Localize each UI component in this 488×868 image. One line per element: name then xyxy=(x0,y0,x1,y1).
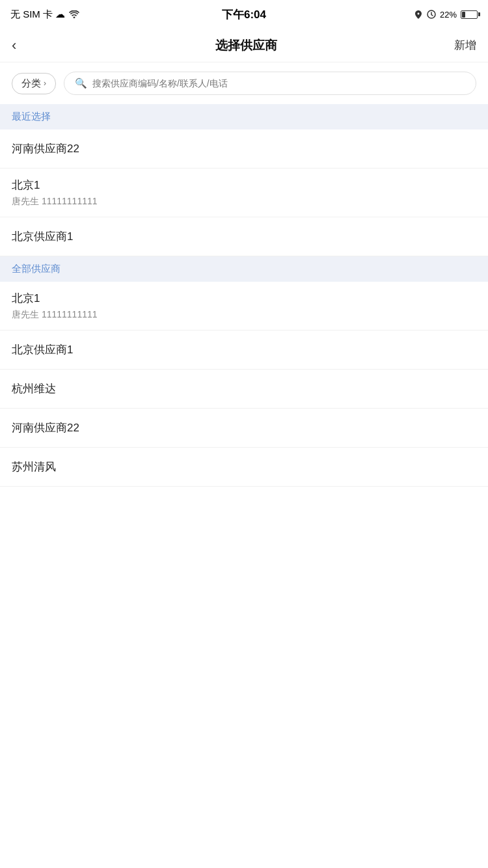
page-title: 选择供应商 xyxy=(215,37,277,54)
status-time: 下午6:04 xyxy=(222,7,266,22)
recent-items-list: 河南供应商22 北京1 唐先生 11111111111 北京供应商1 xyxy=(0,129,488,256)
all-section-header: 全部供应商 xyxy=(0,256,488,282)
add-button[interactable]: 新增 xyxy=(454,38,476,53)
item-detail: 唐先生 11111111111 xyxy=(12,196,476,208)
nav-bar: ‹ 选择供应商 新增 xyxy=(0,29,488,62)
clock-icon xyxy=(427,10,436,19)
all-section-label: 全部供应商 xyxy=(12,263,61,274)
item-name: 北京1 xyxy=(12,178,476,193)
battery-percent: 22% xyxy=(440,10,457,20)
item-name: 北京供应商1 xyxy=(12,229,476,244)
all-item-5[interactable]: 苏州清风 xyxy=(0,448,488,487)
search-icon: 🔍 xyxy=(75,77,87,89)
all-item-2[interactable]: 北京供应商1 xyxy=(0,331,488,370)
sim-status: 无 SIM 卡 ☁ xyxy=(10,8,65,21)
item-detail: 唐先生 11111111111 xyxy=(12,309,476,321)
item-name: 杭州维达 xyxy=(12,381,476,396)
recent-section-header: 最近选择 xyxy=(0,104,488,129)
location-icon xyxy=(414,10,423,19)
status-bar: 无 SIM 卡 ☁ 下午6:04 22% xyxy=(0,0,488,29)
recent-item-3[interactable]: 北京供应商1 xyxy=(0,217,488,256)
item-name: 苏州清风 xyxy=(12,459,476,474)
status-right: 22% xyxy=(414,10,478,20)
category-filter[interactable]: 分类 › xyxy=(12,73,56,94)
battery-icon xyxy=(461,10,478,19)
item-name: 河南供应商22 xyxy=(12,141,476,156)
recent-item-2[interactable]: 北京1 唐先生 11111111111 xyxy=(0,169,488,217)
category-label: 分类 xyxy=(21,77,41,90)
recent-section-label: 最近选择 xyxy=(12,111,51,122)
recent-item-1[interactable]: 河南供应商22 xyxy=(0,129,488,169)
all-item-3[interactable]: 杭州维达 xyxy=(0,370,488,409)
wifi-icon xyxy=(69,10,79,18)
item-name: 北京供应商1 xyxy=(12,342,476,357)
search-box[interactable]: 🔍 xyxy=(64,72,476,95)
back-button[interactable]: ‹ xyxy=(12,37,38,54)
all-items-list: 北京1 唐先生 11111111111 北京供应商1 杭州维达 河南供应商22 … xyxy=(0,282,488,487)
item-name: 北京1 xyxy=(12,291,476,306)
filter-bar: 分类 › 🔍 xyxy=(0,62,488,104)
all-item-4[interactable]: 河南供应商22 xyxy=(0,409,488,448)
search-input[interactable] xyxy=(92,78,465,88)
chevron-right-icon: › xyxy=(44,79,46,88)
status-left: 无 SIM 卡 ☁ xyxy=(10,8,79,21)
item-name: 河南供应商22 xyxy=(12,420,476,435)
all-item-1[interactable]: 北京1 唐先生 11111111111 xyxy=(0,282,488,331)
